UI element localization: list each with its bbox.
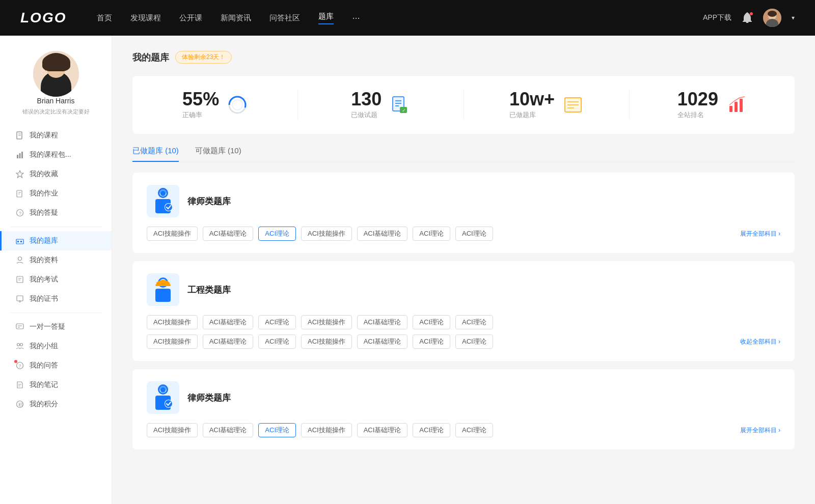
tag-3-1[interactable]: ACI技能操作 xyxy=(147,423,198,437)
tab-available-banks[interactable]: 可做题库 (10) xyxy=(195,146,241,162)
sidebar-item-cert[interactable]: 我的证书 xyxy=(0,289,112,309)
doc-stat-icon: ✓ xyxy=(391,96,409,114)
sidebar-item-course-package[interactable]: 我的课程包... xyxy=(0,145,112,164)
bank-card-header-1: 律师类题库 xyxy=(147,185,780,217)
stats-row: 55% 正确率 130 已做试题 xyxy=(132,76,795,134)
tag-3-5[interactable]: ACI基础理论 xyxy=(357,423,408,437)
tag-2-5[interactable]: ACI基础理论 xyxy=(357,315,408,329)
logo[interactable]: LOGO xyxy=(20,10,66,26)
sidebar-label-exam: 我的考试 xyxy=(30,275,58,284)
nav-home[interactable]: 首页 xyxy=(97,13,112,23)
tag-2-9[interactable]: ACI基础理论 xyxy=(203,334,254,349)
tag-2-7[interactable]: ACI理论 xyxy=(455,315,493,329)
nav-menu: 首页 发现课程 公开课 新闻资讯 问答社区 题库 ··· xyxy=(97,12,703,24)
bank-tags-row2-engineer: ACI技能操作 ACI基础理论 ACI理论 ACI技能操作 ACI基础理论 AC… xyxy=(147,334,780,349)
tag-3-6[interactable]: ACI理论 xyxy=(413,423,450,437)
engineer-figure-svg xyxy=(150,275,176,304)
tag-2-13[interactable]: ACI理论 xyxy=(413,334,450,349)
tab-done-banks[interactable]: 已做题库 (10) xyxy=(132,146,179,162)
tag-2-10[interactable]: ACI理论 xyxy=(258,334,296,349)
sidebar-label-cert: 我的证书 xyxy=(30,294,58,303)
bank-tags-row1-engineer: ACI技能操作 ACI基础理论 ACI理论 ACI技能操作 ACI基础理论 AC… xyxy=(147,315,780,329)
expand-link-3[interactable]: 展开全部科目 › xyxy=(740,426,780,435)
list-icon xyxy=(563,95,583,115)
tag-3-3[interactable]: ACI理论 xyxy=(258,423,296,437)
svg-text:积: 积 xyxy=(18,402,23,407)
bar-stat-icon xyxy=(727,96,746,114)
stat-done-banks-number: 10w+ xyxy=(509,90,555,108)
tag-2-8[interactable]: ACI技能操作 xyxy=(147,334,198,349)
svg-point-4 xyxy=(768,11,777,17)
tag-2-14[interactable]: ACI理论 xyxy=(455,334,493,349)
collapse-link[interactable]: 收起全部科目 › xyxy=(740,338,780,346)
svg-point-35 xyxy=(20,344,23,346)
sidebar-label-qa: 我的问答 xyxy=(30,361,58,370)
tag-3-2[interactable]: ACI基础理论 xyxy=(203,423,254,437)
stat-rank: 1029 全站排名 xyxy=(630,90,795,120)
tag-2-4[interactable]: ACI技能操作 xyxy=(301,315,352,329)
nav-qa[interactable]: 问答社区 xyxy=(269,13,300,23)
tag-2-3[interactable]: ACI理论 xyxy=(258,315,296,329)
sidebar-item-profile[interactable]: 我的资料 xyxy=(0,250,112,270)
nav-news[interactable]: 新闻资讯 xyxy=(221,13,251,23)
tag-3-4[interactable]: ACI技能操作 xyxy=(301,423,352,437)
lawyer-figure-svg xyxy=(150,187,176,215)
nav-more[interactable]: ··· xyxy=(352,13,360,23)
nav-open-course[interactable]: 公开课 xyxy=(179,13,202,23)
bank-card-lawyer-2: 律师类题库 ACI技能操作 ACI基础理论 ACI理论 ACI技能操作 ACI基… xyxy=(132,369,795,450)
svg-text:✓: ✓ xyxy=(402,108,406,113)
sidebar-label-bank: 我的题库 xyxy=(30,236,58,245)
avatar-hair xyxy=(42,53,70,71)
svg-rect-23 xyxy=(17,241,19,242)
person-icon xyxy=(15,256,24,265)
expand-link-1[interactable]: 展开全部科目 › xyxy=(740,230,780,238)
tag-3-7[interactable]: ACI理论 xyxy=(455,423,493,437)
main-content: 我的题库 体验剩余23天！ 55% 正确率 xyxy=(112,36,815,504)
notification-bell[interactable] xyxy=(742,12,753,23)
stat-rank-label: 全站排名 xyxy=(677,110,718,120)
bank-name-lawyer-2: 律师类题库 xyxy=(187,392,231,404)
sidebar-item-bank[interactable]: 我的题库 xyxy=(0,231,112,250)
sidebar-item-group[interactable]: 我的小组 xyxy=(0,337,112,356)
sidebar-item-homework[interactable]: 我的作业 xyxy=(0,184,112,203)
nav-discover[interactable]: 发现课程 xyxy=(130,13,161,23)
svg-point-25 xyxy=(18,257,22,261)
tag-1-3[interactable]: ACI理论 xyxy=(258,227,296,241)
stat-done-banks-label: 已做题库 xyxy=(509,110,555,120)
sidebar-item-questions[interactable]: ? 我的答疑 xyxy=(0,203,112,222)
tag-2-2[interactable]: ACI基础理论 xyxy=(203,315,254,329)
bank-card-engineer: 工程类题库 ACI技能操作 ACI基础理论 ACI理论 ACI技能操作 ACI基… xyxy=(132,261,795,361)
sidebar-item-notes[interactable]: 我的笔记 xyxy=(0,375,112,395)
tag-2-1[interactable]: ACI技能操作 xyxy=(147,315,198,329)
tag-1-4[interactable]: ACI技能操作 xyxy=(301,227,352,241)
stat-done-banks: 10w+ 已做题库 xyxy=(464,90,630,120)
sidebar-item-qa-posts[interactable]: ? 我的问答 xyxy=(0,356,112,375)
svg-point-44 xyxy=(232,100,242,110)
group-icon xyxy=(15,342,24,351)
app-download-button[interactable]: APP下载 xyxy=(703,13,731,22)
tag-1-2[interactable]: ACI基础理论 xyxy=(203,227,254,241)
tag-1-6[interactable]: ACI理论 xyxy=(413,227,450,241)
user-avatar-nav[interactable] xyxy=(763,9,781,27)
pie-icon xyxy=(227,95,248,115)
tag-2-11[interactable]: ACI技能操作 xyxy=(301,334,352,349)
sidebar-item-points[interactable]: 积 我的积分 xyxy=(0,395,112,414)
stat-rank-text: 1029 全站排名 xyxy=(677,90,718,120)
sidebar-item-my-course[interactable]: 我的课程 xyxy=(0,126,112,145)
sidebar-label-1on1: 一对一答疑 xyxy=(30,322,65,331)
sidebar-item-favorites[interactable]: 我的收藏 xyxy=(0,164,112,184)
sidebar-label-points: 我的积分 xyxy=(30,400,58,409)
nav-bank[interactable]: 题库 xyxy=(318,12,334,24)
sidebar-item-1on1[interactable]: 一对一答疑 xyxy=(0,317,112,337)
sidebar-item-exam[interactable]: 我的考试 xyxy=(0,270,112,289)
bank-tags-row1-lawyer-1: ACI技能操作 ACI基础理论 ACI理论 ACI技能操作 ACI基础理论 AC… xyxy=(147,227,493,241)
tag-1-5[interactable]: ACI基础理论 xyxy=(357,227,408,241)
pie-chart-icon xyxy=(227,95,248,115)
user-menu-chevron[interactable]: ▾ xyxy=(792,14,795,21)
tag-1-1[interactable]: ACI技能操作 xyxy=(147,227,198,241)
stat-done-banks-text: 10w+ 已做题库 xyxy=(509,90,555,120)
tag-1-7[interactable]: ACI理论 xyxy=(455,227,493,241)
tag-2-6[interactable]: ACI理论 xyxy=(413,315,450,329)
tag-2-12[interactable]: ACI基础理论 xyxy=(357,334,408,349)
lawyer-bank-icon-2 xyxy=(147,381,179,414)
